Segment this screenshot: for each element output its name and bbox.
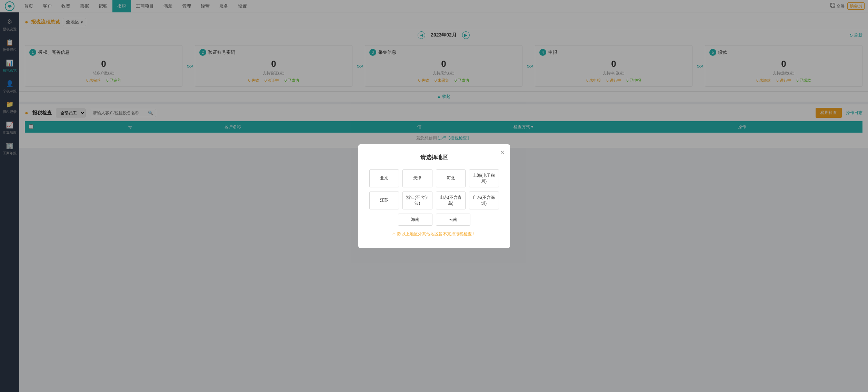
- region-btn-上海(电子税局)[interactable]: 上海(电子税局): [469, 169, 499, 187]
- warning-icon: ⚠: [392, 231, 396, 236]
- modal-close-btn[interactable]: ✕: [500, 149, 505, 156]
- region-btn-海南[interactable]: 海南: [398, 214, 432, 226]
- region-btn-山东(不含青岛)[interactable]: 山东(不含青岛): [436, 192, 466, 209]
- region-btn-河北[interactable]: 河北: [436, 169, 466, 187]
- region-btn-北京[interactable]: 北京: [369, 169, 399, 187]
- region-btn-广东(不含深圳)[interactable]: 广东(不含深圳): [469, 192, 499, 209]
- region-grid-row3: 海南云南: [369, 214, 499, 226]
- modal-warning: ⚠ 除以上地区外其他地区暂不支持报税检查！: [369, 231, 499, 237]
- region-btn-浙江(不含宁波)[interactable]: 浙江(不含宁波): [402, 192, 432, 209]
- region-grid-row2: 江苏浙江(不含宁波)山东(不含青岛)广东(不含深圳): [369, 192, 499, 209]
- region-grid-row1: 北京天津河北上海(电子税局): [369, 169, 499, 187]
- region-select-modal: ✕ 请选择地区 北京天津河北上海(电子税局) 江苏浙江(不含宁波)山东(不含青岛…: [358, 144, 510, 248]
- region-btn-江苏[interactable]: 江苏: [369, 192, 399, 209]
- region-btn-天津[interactable]: 天津: [402, 169, 432, 187]
- modal-overlay: ✕ 请选择地区 北京天津河北上海(电子税局) 江苏浙江(不含宁波)山东(不含青岛…: [0, 0, 868, 392]
- region-btn-云南[interactable]: 云南: [436, 214, 470, 226]
- modal-title: 请选择地区: [369, 154, 499, 161]
